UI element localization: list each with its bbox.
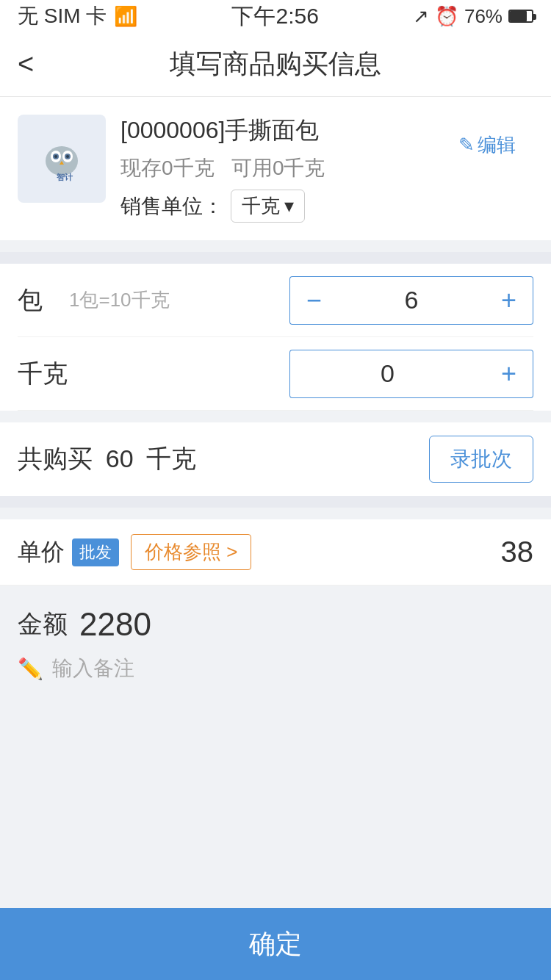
- back-button[interactable]: <: [18, 48, 34, 80]
- amount-label: 金额: [18, 608, 68, 641]
- status-right: ↗ ⏰ 76%: [413, 5, 533, 28]
- summary-text: 共购买 60 千克: [18, 442, 429, 476]
- amount-value: 2280: [79, 606, 151, 643]
- product-thumbnail: 智计: [18, 115, 106, 203]
- time-label: 下午2:56: [231, 1, 318, 32]
- svg-point-5: [54, 155, 57, 158]
- qty-controls-kg: +: [289, 350, 533, 398]
- svg-point-6: [66, 155, 69, 158]
- qty-controls-bag: − +: [289, 276, 533, 325]
- summary-section: 共购买 60 千克 录批次: [0, 422, 551, 496]
- location-icon: ↗: [413, 5, 429, 28]
- price-label: 单价: [18, 536, 65, 569]
- page-title: 填写商品购买信息: [170, 46, 381, 82]
- chevron-down-icon: ▾: [284, 195, 294, 217]
- confirm-button[interactable]: 确定: [0, 908, 551, 980]
- price-section: 单价 批发 价格参照 > 38: [0, 519, 551, 586]
- qty-row-bag: 包 1包=10千克 − +: [18, 264, 533, 337]
- alarm-icon: ⏰: [435, 5, 458, 28]
- qty-row-kg: 千克 +: [18, 337, 533, 411]
- battery-icon: [508, 10, 533, 23]
- product-card: 智计 [0000006]手撕面包 现存0千克 可用0千克 销售单位： 千克 ▾ …: [0, 97, 551, 240]
- confirm-button-wrap: 确定: [0, 908, 551, 980]
- qty-minus-bag[interactable]: −: [289, 276, 338, 325]
- svg-text:智计: 智计: [56, 173, 73, 181]
- quantity-section: 包 1包=10千克 − + 千克 +: [0, 264, 551, 411]
- qty-label-bag: 包: [18, 284, 62, 317]
- qty-input-bag[interactable]: [338, 276, 485, 325]
- qty-plus-kg[interactable]: +: [485, 350, 533, 398]
- wifi-icon: 📶: [114, 5, 137, 28]
- qty-hint-bag: 1包=10千克: [69, 287, 289, 313]
- divider-1: [0, 252, 551, 264]
- remark-row[interactable]: ✏️ 输入备注: [18, 655, 533, 682]
- product-stock: 现存0千克 可用0千克: [120, 154, 533, 182]
- price-value: 38: [501, 536, 534, 569]
- price-ref-button[interactable]: 价格参照 >: [131, 534, 251, 570]
- qty-plus-bag[interactable]: +: [485, 276, 533, 325]
- battery-label: 76%: [464, 5, 503, 28]
- qty-label-kg: 千克: [18, 357, 68, 391]
- edit-button[interactable]: ✎ 编辑: [458, 132, 516, 158]
- product-unit-row: 销售单位： 千克 ▾: [120, 190, 533, 223]
- divider-2: [0, 496, 551, 508]
- batch-button[interactable]: 录批次: [429, 436, 533, 483]
- product-info: [0000006]手撕面包 现存0千克 可用0千克 销售单位： 千克 ▾ ✎ 编…: [120, 115, 533, 223]
- amount-section: 金额 2280 ✏️ 输入备注: [0, 586, 551, 693]
- amount-row: 金额 2280: [18, 606, 533, 643]
- carrier-label: 无 SIM 卡: [18, 2, 107, 30]
- qty-input-kg[interactable]: [289, 350, 485, 398]
- nav-bar: < 填写商品购买信息: [0, 32, 551, 97]
- unit-selector[interactable]: 千克 ▾: [231, 190, 305, 223]
- remark-icon: ✏️: [18, 657, 43, 681]
- price-batch-tag: 批发: [72, 538, 119, 566]
- status-left: 无 SIM 卡 📶: [18, 2, 137, 30]
- status-bar: 无 SIM 卡 📶 下午2:56 ↗ ⏰ 76%: [0, 0, 551, 32]
- spacer: [0, 693, 551, 840]
- remark-placeholder[interactable]: 输入备注: [52, 655, 134, 682]
- product-logo-icon: 智计: [36, 133, 87, 184]
- edit-icon: ✎: [458, 134, 475, 156]
